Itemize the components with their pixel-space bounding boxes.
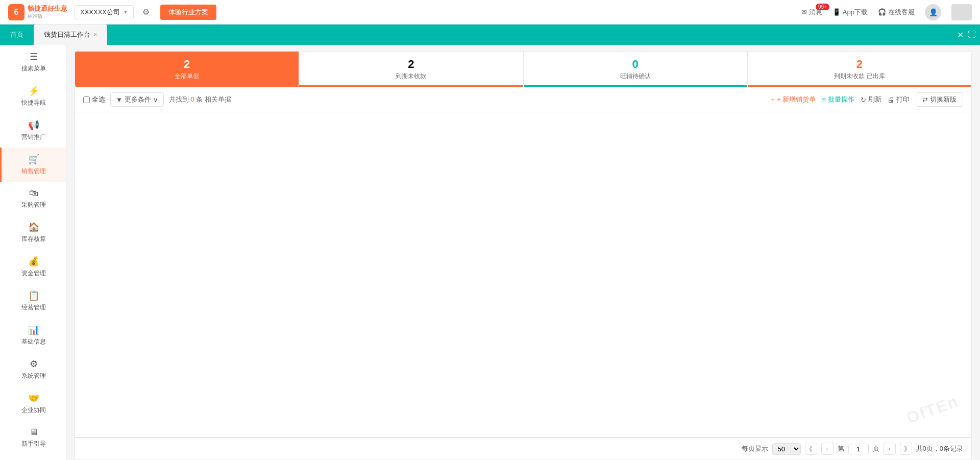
logo-main-text: 畅捷通好生意 [28, 5, 67, 13]
settings-icon[interactable]: ⚙ [138, 4, 154, 20]
sidebar-label-marketing: 营销推广 [21, 133, 46, 141]
logo-icon: 6 [8, 4, 24, 20]
select-all-input[interactable] [83, 96, 90, 103]
sidebar-item-sales[interactable]: 🛒 销售管理 [0, 148, 66, 182]
sidebar-item-enterprise-coop[interactable]: 🤝 企业协同 [0, 386, 66, 421]
online-service-label: 在线客服 [888, 8, 915, 17]
sidebar-label-enterprise-coop: 企业协同 [21, 406, 46, 415]
prev-page-button[interactable]: ‹ [821, 443, 834, 455]
stat-overdue-number: 2 [307, 58, 514, 71]
basic-info-icon: 📊 [28, 324, 39, 335]
logo-sub-text: 标准版 [28, 13, 67, 19]
message-badge: 99+ [816, 4, 829, 10]
next-page-button[interactable]: › [884, 443, 896, 455]
sidebar: ☰ 搜索菜单 ⚡ 快捷导航 📢 营销推广 🛒 销售管理 🛍 采购管理 🏠 库存核… [0, 45, 66, 460]
message-icon: ✉ [801, 8, 807, 16]
per-page-label: 每页显示 [742, 444, 768, 453]
sidebar-item-finance[interactable]: 💰 资金管理 [0, 250, 66, 284]
sidebar-item-operations[interactable]: 📋 经营管理 [0, 284, 66, 318]
total-label: 共0页，0条记录 [916, 444, 963, 453]
add-order-icon: + [771, 96, 775, 104]
filter-icon: ▼ [116, 96, 122, 104]
stat-all-label: 全部单据 [83, 72, 290, 81]
sidebar-item-search-menu[interactable]: ☰ 搜索菜单 [0, 45, 66, 79]
first-page-button[interactable]: ⟪ [805, 443, 817, 455]
refresh-label: 刷新 [868, 95, 881, 104]
sidebar-item-quick-nav[interactable]: ⚡ 快捷导航 [0, 79, 66, 113]
sidebar-item-system[interactable]: ⚙ 系统管理 [0, 352, 66, 386]
sidebar-label-finance: 资金管理 [21, 269, 46, 278]
tab-window-controls: ✕ ⛶ [957, 30, 976, 40]
stat-card-overdue-shipped[interactable]: 2 到期未收款 已出库 [748, 52, 971, 87]
stat-card-pending[interactable]: 0 旺辅待确认 [524, 52, 748, 87]
sidebar-label-quick-nav: 快捷导航 [21, 99, 46, 107]
add-order-label: + 新增销货单 [777, 95, 816, 104]
print-icon: 🖨 [888, 96, 894, 104]
tab-home-label: 首页 [10, 30, 23, 39]
switch-version-button[interactable]: ⇄ 切换新版 [916, 92, 963, 107]
sidebar-label-basic-info: 基础信息 [21, 337, 46, 346]
switch-icon: ⇄ [922, 96, 928, 104]
stat-overdue-shipped-label: 到期未收款 已出库 [756, 72, 963, 81]
close-window-icon[interactable]: ✕ [957, 30, 964, 40]
filter-label: 更多条件 [125, 95, 151, 104]
sales-icon: 🛒 [28, 154, 39, 165]
sidebar-label-search-menu: 搜索菜单 [21, 64, 46, 73]
add-order-button[interactable]: + + 新增销货单 [771, 95, 816, 104]
top-header: 6 畅捷通好生意 标准版 XXXXXX公司 ▼ ⚙ 体验行业方案 ✉ 消息 99… [0, 0, 980, 25]
tab-home[interactable]: 首页 [0, 25, 34, 45]
stat-card-all[interactable]: 2 全部单据 [75, 52, 299, 87]
app-download-label: App下载 [843, 8, 868, 17]
inventory-icon: 🏠 [28, 222, 39, 233]
app-download-icon: 📱 [832, 8, 841, 16]
found-text: 共找到 0 条 相关单据 [169, 95, 231, 104]
batch-operation-button[interactable]: ≡ 批量操作 [822, 95, 854, 104]
marketing-icon: 📢 [28, 119, 39, 131]
user-menu-expand[interactable] [951, 4, 972, 20]
page-input[interactable] [848, 444, 869, 454]
company-name: XXXXXX公司 [80, 8, 120, 17]
tab-bar: 首页 钱货日清工作台 × ✕ ⛶ [0, 25, 980, 45]
search-menu-icon: ☰ [30, 51, 38, 62]
sidebar-item-basic-info[interactable]: 📊 基础信息 [0, 318, 66, 352]
toolbar-right: + + 新增销货单 ≡ 批量操作 ↻ 刷新 🖨 打印 ⇄ 切换新版 [771, 92, 963, 107]
online-service-icon: 🎧 [878, 8, 886, 16]
page-label: 第 [838, 444, 844, 453]
maximize-window-icon[interactable]: ⛶ [968, 30, 976, 39]
sidebar-item-inventory[interactable]: 🏠 库存核算 [0, 215, 66, 250]
per-page-select[interactable]: 50 10 20 100 [772, 443, 801, 455]
select-all-checkbox[interactable]: 全选 [83, 95, 105, 104]
toolbar: 全选 ▼ 更多条件 ∨ 共找到 0 条 相关单据 + + 新增销货单 [75, 87, 972, 112]
company-selector[interactable]: XXXXXX公司 ▼ [75, 5, 134, 19]
sidebar-label-purchase: 采购管理 [21, 201, 46, 209]
last-page-button[interactable]: ⟫ [900, 443, 912, 455]
quick-nav-icon: ⚡ [28, 85, 39, 96]
sidebar-label-inventory: 库存核算 [21, 235, 46, 244]
refresh-icon: ↻ [861, 96, 866, 104]
filter-button[interactable]: ▼ 更多条件 ∨ [110, 92, 164, 107]
app-download-button[interactable]: 📱 App下载 [832, 8, 868, 17]
logo-area: 6 畅捷通好生意 标准版 [8, 4, 75, 20]
tab-close-icon[interactable]: × [93, 31, 97, 38]
batch-label: 批量操作 [828, 95, 854, 104]
refresh-button[interactable]: ↻ 刷新 [861, 95, 881, 104]
sidebar-item-app-center[interactable]: 📦 应用中心 [0, 454, 66, 460]
message-button[interactable]: ✉ 消息 99+ [801, 8, 822, 17]
print-button[interactable]: 🖨 打印 [888, 95, 910, 104]
trial-button[interactable]: 体验行业方案 [160, 5, 216, 20]
sidebar-item-marketing[interactable]: 📢 营销推广 [0, 113, 66, 148]
batch-icon: ≡ [822, 96, 826, 104]
enterprise-coop-icon: 🤝 [28, 393, 39, 404]
sidebar-label-new-guide: 新手引导 [21, 440, 46, 448]
tab-workbench[interactable]: 钱货日清工作台 × [34, 25, 107, 45]
stat-card-overdue[interactable]: 2 到期未收款 [299, 52, 523, 87]
sidebar-label-system: 系统管理 [21, 372, 46, 380]
system-icon: ⚙ [30, 358, 38, 370]
online-service-button[interactable]: 🎧 在线客服 [878, 8, 915, 17]
sidebar-item-new-guide[interactable]: 🖥 新手引导 [0, 421, 66, 454]
avatar[interactable]: 👤 [925, 4, 941, 20]
new-guide-icon: 🖥 [29, 427, 38, 438]
stat-overdue-label: 到期未收款 [307, 72, 514, 81]
sidebar-item-purchase[interactable]: 🛍 采购管理 [0, 182, 66, 215]
operations-icon: 📋 [28, 290, 39, 301]
